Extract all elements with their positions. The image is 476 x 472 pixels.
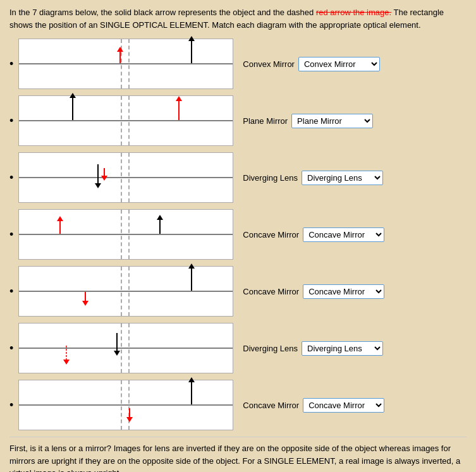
v-dashed-right-5 [128,267,130,316]
bullet-6: • [9,342,13,354]
black-arrow-4 [157,215,163,234]
h-line-3 [19,178,233,178]
h-line-6 [19,348,233,349]
v-dashed-right-1 [128,39,130,88]
bullet-4: • [9,229,13,240]
v-dashed-left-7 [121,380,122,430]
diagram-box-6 [18,323,233,373]
label-text-2: Plane Mirror [243,116,288,126]
red-arrow-head-3 [101,176,107,181]
select-2[interactable]: Convex Mirror Concave Mirror Plane Mirro… [291,114,373,128]
black-arrow-2 [70,93,76,120]
main-page: In the 7 diagrams below, the solid black… [0,0,476,472]
red-arrow-1 [117,47,123,63]
bullet-3: • [9,172,13,183]
black-arrow-line-7 [191,382,192,404]
bullet-5: • [9,286,13,297]
intro-text: In the 7 diagrams below, the solid black… [9,6,467,31]
diagram-box-1 [18,39,233,89]
diagram-box-5 [18,266,233,317]
red-arrow-line-1 [119,52,121,63]
black-arrow-line-6 [116,333,118,351]
red-arrow-head-5 [82,301,88,306]
red-arrow-head-4 [57,216,63,221]
v-dashed-right-4 [128,210,130,259]
label-select-7: Concave Mirror Convex Mirror Concave Mir… [243,398,384,413]
bullet-7: • [9,399,13,411]
svg-marker-1 [63,360,70,365]
select-1[interactable]: Convex Mirror Concave Mirror Plane Mirro… [298,57,380,71]
label-text-6: Diverging Lens [243,344,298,353]
black-arrow-line-2 [72,98,73,120]
select-6[interactable]: Convex Mirror Concave Mirror Plane Mirro… [302,341,383,356]
diagram-box-2 [18,95,233,146]
black-arrow-3 [95,164,101,188]
black-arrow-5 [188,263,195,291]
intro-text-1: In the 7 diagrams below, the solid black… [9,8,316,17]
select-5[interactable]: Convex Mirror Concave Mirror Plane Mirro… [303,284,384,299]
diagram-box-7 [18,380,233,430]
label-text-7: Concave Mirror [243,401,299,410]
red-arrow-head-1 [117,47,123,52]
diagram-row-1: • Convex Mirror Convex Mirror Concave Mi… [9,39,467,89]
black-arrow-head-1 [188,36,195,41]
label-text-3: Diverging Lens [243,173,298,183]
select-7[interactable]: Convex Mirror Concave Mirror Plane Mirro… [303,398,384,413]
black-arrow-head-6 [114,351,120,356]
diagram-row-3: • Diverging Lens Convex Mirror Concave M… [9,152,467,203]
label-text-5: Concave Mirror [243,287,299,296]
black-arrow-head-4 [157,215,163,220]
v-dashed-right-2 [128,96,130,145]
label-select-1: Convex Mirror Convex Mirror Concave Mirr… [243,57,380,71]
label-select-4: Concave Mirror Convex Mirror Concave Mir… [243,227,384,242]
intro-text-red: red arrow the image. [316,8,391,17]
v-dashed-left-3 [121,153,122,202]
diagram-box-4 [18,209,233,260]
red-arrow-2 [176,96,182,120]
bullet-2: • [9,115,13,126]
red-arrow-head-2 [176,96,182,101]
v-dashed-left-2 [121,96,122,145]
v-dashed-left-6 [121,324,122,373]
hint-text: First, is it a lens or a mirror? Images … [9,444,460,472]
h-line-5 [19,291,233,292]
black-arrow-6 [114,333,120,356]
v-dashed-right-6 [128,324,130,373]
red-arrow-head-7 [126,417,133,422]
label-select-3: Diverging Lens Convex Mirror Concave Mir… [243,171,383,185]
red-arrow-4 [57,216,63,234]
label-text-1: Convex Mirror [243,59,295,69]
select-3[interactable]: Convex Mirror Concave Mirror Plane Mirro… [302,171,383,185]
label-text-4: Concave Mirror [243,230,299,239]
h-line-4 [19,234,233,235]
black-arrow-line-5 [191,269,192,291]
v-dashed-left-5 [121,267,122,316]
label-select-5: Concave Mirror Convex Mirror Concave Mir… [243,284,384,299]
label-select-6: Diverging Lens Convex Mirror Concave Mir… [243,341,383,356]
black-arrow-line-1 [191,41,192,63]
black-arrow-7 [188,377,195,404]
diagram-row-6: • Diverging Lens Convex Mirror Conc [9,323,467,373]
black-arrow-head-7 [188,377,195,382]
red-icon-6 [60,346,73,366]
label-select-2: Plane Mirror Convex Mirror Concave Mirro… [243,114,373,128]
v-dashed-right-3 [128,153,130,202]
diagram-row-5: • Concave Mirror Convex Mirror Concave M… [9,266,467,317]
diagram-row-4: • Concave Mirror Convex Mirror Concave M… [9,209,467,260]
bullet-1: • [9,58,13,70]
red-arrow-line-7 [129,408,130,417]
black-arrow-head-3 [95,183,101,188]
black-arrow-head-5 [188,263,195,269]
v-dashed-right-7 [128,380,130,430]
h-line-2 [19,121,233,121]
diagram-box-3 [18,152,233,203]
red-arrow-line-3 [104,168,105,176]
v-dashed-left-4 [121,210,122,259]
black-arrow-head-2 [70,93,76,98]
select-4[interactable]: Convex Mirror Concave Mirror Plane Mirro… [303,227,384,242]
red-arrow-5 [82,292,88,306]
red-arrow-7 [126,408,133,422]
red-arrow-3 [101,168,107,181]
red-arrow-line-5 [85,292,86,301]
red-arrow-line-4 [59,221,61,234]
